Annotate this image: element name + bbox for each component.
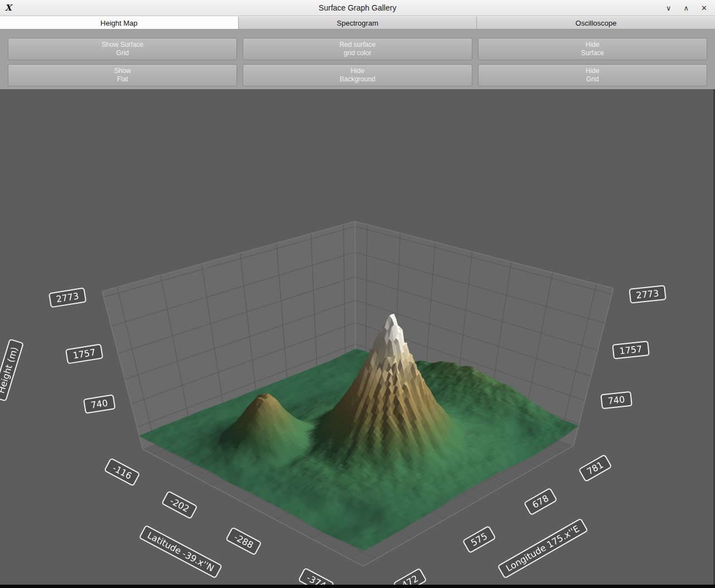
hide-surface-button[interactable]: Hide Surface <box>478 38 707 60</box>
button-label-line2: Grid <box>116 49 129 57</box>
show-surface-grid-button[interactable]: Show Surface Grid <box>8 38 237 60</box>
app-window: X Surface Graph Gallery ∨ ∧ ✕ Height Map… <box>0 0 715 588</box>
bottom-strip <box>0 585 715 588</box>
app-icon: X <box>5 3 12 13</box>
window-title: Surface Graph Gallery <box>0 3 715 12</box>
plot-area: -116-202-288-374781678575472740740175717… <box>0 89 715 585</box>
hide-background-button[interactable]: Hide Background <box>243 64 472 86</box>
hide-grid-button[interactable]: Hide Grid <box>478 64 707 86</box>
tab-spectrogram[interactable]: Spectrogram <box>239 16 477 29</box>
tab-bar: Height Map Spectrogram Oscilloscope <box>0 16 715 30</box>
button-label-line1: Show <box>114 67 131 75</box>
surface-grid-color-button[interactable]: Red surface grid color <box>243 38 472 60</box>
titlebar: X Surface Graph Gallery ∨ ∧ ✕ <box>0 0 715 16</box>
chevron-up-icon: ∧ <box>684 4 689 12</box>
surface-plot-canvas[interactable] <box>0 89 715 585</box>
control-panel: Show Surface Grid Red surface grid color… <box>0 30 715 90</box>
button-label-line2: grid color <box>344 49 371 57</box>
show-flat-button[interactable]: Show Flat <box>8 64 237 86</box>
minimize-button[interactable]: ∨ <box>666 4 671 12</box>
button-label-line2: Flat <box>117 75 128 84</box>
window-controls: ∨ ∧ ✕ <box>666 4 707 12</box>
close-button[interactable]: ✕ <box>701 4 707 12</box>
button-label-line2: Grid <box>586 75 599 84</box>
chevron-down-icon: ∨ <box>666 4 671 12</box>
tab-height-map[interactable]: Height Map <box>0 16 239 29</box>
button-label-line1: Hide <box>351 67 365 75</box>
button-label-line2: Surface <box>581 49 604 57</box>
button-label-line2: Background <box>340 75 375 84</box>
close-icon: ✕ <box>701 4 707 12</box>
button-label-line1: Red surface <box>340 41 376 49</box>
button-label-line1: Show Surface <box>102 41 143 49</box>
button-label-line1: Hide <box>586 67 600 75</box>
maximize-button[interactable]: ∧ <box>684 4 689 12</box>
button-label-line1: Hide <box>586 41 600 49</box>
tab-oscilloscope[interactable]: Oscilloscope <box>477 16 715 29</box>
